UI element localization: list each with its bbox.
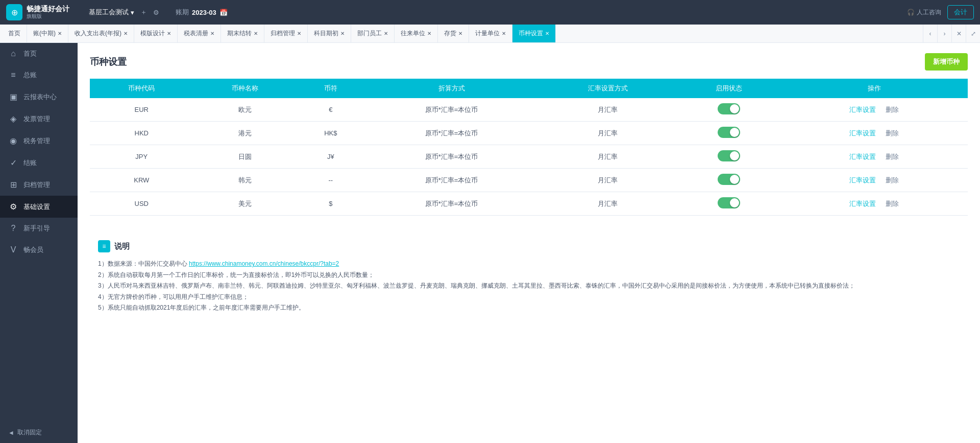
tab-subject[interactable]: 科目期初 ✕ — [308, 25, 351, 43]
tab-currency[interactable]: 币种设置 ✕ — [512, 25, 556, 43]
headset-icon: 🎧 — [907, 9, 915, 16]
tab-prev-button[interactable]: ‹ — [923, 25, 937, 43]
tab-period-end-close[interactable]: ✕ — [254, 31, 258, 36]
tab-next-button[interactable]: › — [937, 25, 951, 43]
sidebar-item-invoice[interactable]: ◈ 发票管理 — [0, 108, 78, 130]
tab-period[interactable]: 账(中期) ✕ — [27, 25, 68, 43]
sidebar-item-archive[interactable]: ⊞ 归档管理 — [0, 174, 78, 196]
tab-inventory-close[interactable]: ✕ — [458, 31, 462, 36]
tab-tax-close[interactable]: ✕ — [210, 31, 214, 36]
tab-home[interactable]: 首页 — [2, 25, 27, 43]
notes-link[interactable]: https://www.chinamoney.com.cn/chinese/bk… — [189, 260, 339, 267]
add-project-icon[interactable]: ＋ — [140, 8, 147, 17]
tab-nav: ‹ › ✕ ⤢ — [923, 25, 980, 43]
sidebar-item-guide[interactable]: ? 新手引导 — [0, 218, 78, 239]
table-row: JPY 日圆 J¥ 原币*汇率=本位币 月汇率 汇率设置 删除 — [90, 145, 968, 169]
cell-conversion: 原币*汇率=本位币 — [364, 169, 538, 192]
rate-settings-link[interactable]: 汇率设置 — [849, 153, 876, 160]
cell-symbol: J¥ — [297, 145, 364, 169]
cell-name: 日圆 — [193, 145, 297, 169]
report-icon: ▣ — [8, 92, 18, 102]
tab-income-close[interactable]: ✕ — [124, 31, 128, 36]
tab-tax[interactable]: 税表清册 ✕ — [178, 25, 221, 43]
sidebar-label-settle: 结账 — [23, 158, 37, 168]
cell-symbol: $ — [297, 192, 364, 216]
sidebar-label-guide: 新手引导 — [23, 224, 50, 233]
toggle-track — [718, 197, 740, 208]
calendar-icon[interactable]: 📅 — [219, 9, 228, 16]
delete-link[interactable]: 删除 — [886, 129, 899, 137]
tab-department[interactable]: 部门员工 ✕ — [351, 25, 395, 43]
tab-partner[interactable]: 往来单位 ✕ — [395, 25, 438, 43]
notes-header: ≡ 说明 — [98, 240, 960, 252]
delete-link[interactable]: 删除 — [886, 106, 899, 113]
toggle-track — [718, 103, 740, 114]
cell-actions: 汇率设置 删除 — [780, 192, 968, 216]
rate-settings-link[interactable]: 汇率设置 — [849, 129, 876, 137]
tab-subject-close[interactable]: ✕ — [340, 31, 345, 36]
toggle-switch[interactable] — [718, 103, 740, 114]
tab-template-close[interactable]: ✕ — [167, 31, 171, 36]
tab-partner-close[interactable]: ✕ — [427, 31, 431, 36]
sidebar-label-archive: 归档管理 — [23, 180, 50, 190]
project-name: 基层工会测试 — [89, 8, 129, 17]
tab-period-end[interactable]: 期末结转 ✕ — [221, 25, 264, 43]
cell-symbol: € — [297, 98, 364, 122]
table-row: EUR 欧元 € 原币*汇率=本位币 月汇率 汇率设置 删除 — [90, 98, 968, 122]
table-row: USD 美元 $ 原币*汇率=本位币 月汇率 汇率设置 删除 — [90, 192, 968, 216]
sidebar-item-member[interactable]: V 畅会员 — [0, 239, 78, 261]
content-area: 币种设置 新增币种 币种代码 币种名称 币符 折算方式 汇率设置方式 启用状态 … — [78, 43, 980, 443]
account-button[interactable]: 会计 — [947, 5, 974, 19]
tab-department-close[interactable]: ✕ — [384, 31, 388, 36]
toggle-switch[interactable] — [718, 174, 740, 185]
table-row: KRW 韩元 -- 原币*汇率=本位币 月汇率 汇率设置 删除 — [90, 169, 968, 192]
tab-close-all-button[interactable]: ✕ — [951, 25, 966, 43]
sidebar-item-settle[interactable]: ✓ 结账 — [0, 152, 78, 174]
rate-settings-link[interactable]: 汇率设置 — [849, 176, 876, 184]
toggle-thumb — [730, 128, 739, 137]
tab-template[interactable]: 模版设计 ✕ — [134, 25, 178, 43]
tab-unit[interactable]: 计量单位 ✕ — [469, 25, 512, 43]
delete-link[interactable]: 删除 — [886, 200, 899, 207]
col-status: 启用状态 — [677, 79, 781, 98]
add-currency-button[interactable]: 新增币种 — [925, 53, 968, 71]
tab-archive[interactable]: 归档管理 ✕ — [264, 25, 308, 43]
tab-income[interactable]: 收入支出表(年报) ✕ — [68, 25, 134, 43]
settle-icon: ✓ — [8, 158, 18, 168]
sidebar-pin-toggle[interactable]: ◄ 取消固定 — [0, 422, 78, 443]
cell-status — [677, 145, 781, 169]
toggle-thumb — [730, 198, 739, 207]
rate-settings-link[interactable]: 汇率设置 — [849, 106, 876, 113]
delete-link[interactable]: 删除 — [886, 176, 899, 184]
sidebar-item-report[interactable]: ▣ 云报表中心 — [0, 86, 78, 108]
toggle-switch[interactable] — [718, 127, 740, 138]
tab-currency-close[interactable]: ✕ — [545, 31, 549, 36]
cell-rate-type: 月汇率 — [538, 192, 677, 216]
tab-period-close[interactable]: ✕ — [58, 31, 62, 36]
cell-actions: 汇率设置 删除 — [780, 169, 968, 192]
sidebar-item-ledger[interactable]: ≡ 总账 — [0, 64, 78, 86]
cell-code: HKD — [90, 122, 193, 145]
notes-item: 2）系统自动获取每月第一个工作日的汇率标价，统一为直接标价法，即1外币可以兑换的… — [98, 270, 960, 281]
toggle-switch[interactable] — [718, 197, 740, 208]
settings-icon[interactable]: ⚙ — [153, 9, 159, 16]
sidebar-item-home[interactable]: ⌂ 首页 — [0, 43, 78, 64]
tab-inventory[interactable]: 存货 ✕ — [438, 25, 469, 43]
cell-conversion: 原币*汇率=本位币 — [364, 145, 538, 169]
toggle-track — [718, 127, 740, 138]
delete-link[interactable]: 删除 — [886, 153, 899, 160]
toggle-switch[interactable] — [718, 150, 740, 161]
rate-settings-link[interactable]: 汇率设置 — [849, 200, 876, 207]
period-value: 2023-03 — [192, 9, 216, 16]
invoice-icon: ◈ — [8, 114, 18, 124]
tab-expand-button[interactable]: ⤢ — [966, 25, 980, 43]
support-button[interactable]: 🎧 人工咨询 — [907, 8, 941, 17]
cell-code: EUR — [90, 98, 193, 122]
tab-archive-close[interactable]: ✕ — [297, 31, 301, 36]
sidebar-label-ledger: 总账 — [23, 71, 37, 80]
sidebar-item-tax[interactable]: ◉ 税务管理 — [0, 130, 78, 152]
tab-unit-close[interactable]: ✕ — [502, 31, 506, 36]
sidebar-item-basic[interactable]: ⚙ 基础设置 — [0, 196, 78, 218]
app-name: 畅捷通好会计 — [27, 5, 69, 13]
project-selector[interactable]: 基层工会测试 ▾ — [89, 8, 134, 17]
